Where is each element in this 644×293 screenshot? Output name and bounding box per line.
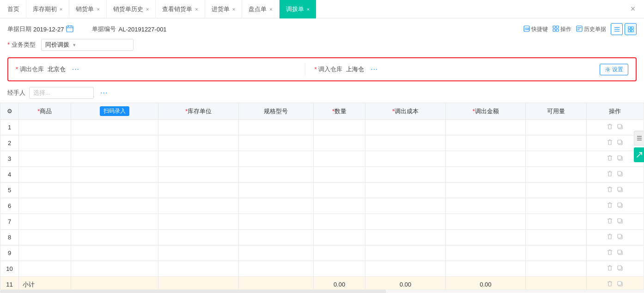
row-amount[interactable] <box>445 151 526 167</box>
row-copy-icon[interactable] <box>617 249 623 257</box>
row-spec[interactable] <box>239 261 314 277</box>
row-unit[interactable] <box>158 230 239 245</box>
row-amount[interactable] <box>445 198 526 214</box>
tab-sales-history[interactable]: 销货单历史 × <box>107 0 156 18</box>
row-spec[interactable] <box>239 214 314 230</box>
right-list-btn[interactable] <box>634 131 644 146</box>
tab-transfer[interactable]: 调拨单 × <box>279 0 316 18</box>
warehouse-in-dots[interactable]: ··· <box>371 65 378 73</box>
row-qty[interactable] <box>313 135 365 151</box>
handler-dots[interactable]: ··· <box>100 89 108 97</box>
row-spec[interactable] <box>239 135 314 151</box>
grid-view-btn[interactable] <box>625 23 637 35</box>
row-amount[interactable] <box>445 261 526 277</box>
operations-btn[interactable]: 操作 <box>553 25 571 33</box>
tab-purchase[interactable]: 进货单 × <box>205 0 242 18</box>
row-product[interactable] <box>19 120 71 135</box>
tab-purchase-close[interactable]: × <box>232 6 235 12</box>
row-copy-icon[interactable] <box>617 155 623 163</box>
row-amount[interactable] <box>445 214 526 230</box>
row-cost[interactable] <box>365 120 446 135</box>
row-delete-icon[interactable] <box>607 202 613 210</box>
row-cost[interactable] <box>365 183 446 198</box>
row-product[interactable] <box>19 135 71 151</box>
tab-view-sales[interactable]: 查看销货单 × <box>156 0 205 18</box>
row-product[interactable] <box>19 214 71 230</box>
row-product[interactable] <box>19 183 71 198</box>
row-copy-icon[interactable] <box>617 233 623 241</box>
row-delete-icon[interactable] <box>607 155 613 163</box>
row-amount[interactable] <box>445 183 526 198</box>
row-qty[interactable] <box>313 214 365 230</box>
row-cost[interactable] <box>365 135 446 151</box>
row-product[interactable] <box>19 198 71 214</box>
handler-select[interactable]: 选择... <box>29 87 94 99</box>
row-unit[interactable] <box>158 167 239 183</box>
col-header-gear[interactable]: ⚙ <box>0 103 19 120</box>
row-qty[interactable] <box>313 230 365 245</box>
row-cost[interactable] <box>365 198 446 214</box>
row-copy-icon[interactable] <box>617 123 623 131</box>
row-delete-icon[interactable] <box>607 249 613 257</box>
row-unit[interactable] <box>158 198 239 214</box>
row-cost[interactable] <box>365 214 446 230</box>
row-unit[interactable] <box>158 261 239 277</box>
tab-home[interactable]: 首页 <box>4 0 26 18</box>
row-delete-icon[interactable] <box>607 233 613 241</box>
row-unit[interactable] <box>158 120 239 135</box>
row-qty[interactable] <box>313 167 365 183</box>
row-product[interactable] <box>19 261 71 277</box>
row-cost[interactable] <box>365 261 446 277</box>
row-spec[interactable] <box>239 245 314 261</box>
row-copy-icon[interactable] <box>617 202 623 210</box>
scrollbar[interactable] <box>0 289 644 293</box>
tab-inventory-check[interactable]: 盘点单 × <box>242 0 279 18</box>
row-copy-icon[interactable] <box>617 139 623 147</box>
row-cost[interactable] <box>365 151 446 167</box>
row-spec[interactable] <box>239 120 314 135</box>
row-unit[interactable] <box>158 245 239 261</box>
settings-button[interactable]: 设置 <box>600 64 628 75</box>
subtotal-delete-icon[interactable] <box>607 281 613 288</box>
row-copy-icon[interactable] <box>617 171 623 178</box>
row-delete-icon[interactable] <box>607 265 613 273</box>
row-unit[interactable] <box>158 151 239 167</box>
row-unit[interactable] <box>158 214 239 230</box>
calendar-icon[interactable] <box>66 25 73 34</box>
row-product[interactable] <box>19 245 71 261</box>
subtotal-copy-icon[interactable] <box>617 281 623 288</box>
row-product[interactable] <box>19 151 71 167</box>
tab-sales-order-close[interactable]: × <box>97 6 99 12</box>
row-amount[interactable] <box>445 135 526 151</box>
tab-view-sales-close[interactable]: × <box>195 6 198 12</box>
row-spec[interactable] <box>239 151 314 167</box>
row-copy-icon[interactable] <box>617 218 623 226</box>
tab-inventory-check-close[interactable]: × <box>269 6 272 12</box>
row-amount[interactable] <box>445 245 526 261</box>
row-cost[interactable] <box>365 167 446 183</box>
history-btn[interactable]: 历史单据 <box>576 25 606 33</box>
row-product[interactable] <box>19 230 71 245</box>
warehouse-out-dots[interactable]: ··· <box>72 65 79 73</box>
row-copy-icon[interactable] <box>617 265 623 273</box>
tab-sales-order[interactable]: 销货单 × <box>69 0 106 18</box>
row-qty[interactable] <box>313 151 365 167</box>
row-spec[interactable] <box>239 198 314 214</box>
row-delete-icon[interactable] <box>607 171 613 178</box>
list-view-btn[interactable] <box>611 23 623 35</box>
row-spec[interactable] <box>239 230 314 245</box>
row-qty[interactable] <box>313 183 365 198</box>
warehouse-in-value[interactable]: 上海仓 <box>346 65 364 73</box>
row-product[interactable] <box>19 167 71 183</box>
data-table-wrap[interactable]: ⚙ *商品 扫码录入 *库存单位 规格型号 *数量 <box>0 103 644 289</box>
row-delete-icon[interactable] <box>607 218 613 226</box>
row-spec[interactable] <box>239 167 314 183</box>
scan-btn[interactable]: 扫码录入 <box>100 106 129 116</box>
tab-inventory-init-close[interactable]: × <box>60 6 62 12</box>
tab-inventory-init[interactable]: 库存期初 × <box>26 0 69 18</box>
row-amount[interactable] <box>445 167 526 183</box>
row-cost[interactable] <box>365 245 446 261</box>
right-export-btn[interactable] <box>634 147 644 162</box>
warehouse-out-value[interactable]: 北京仓 <box>48 65 66 73</box>
row-qty[interactable] <box>313 198 365 214</box>
